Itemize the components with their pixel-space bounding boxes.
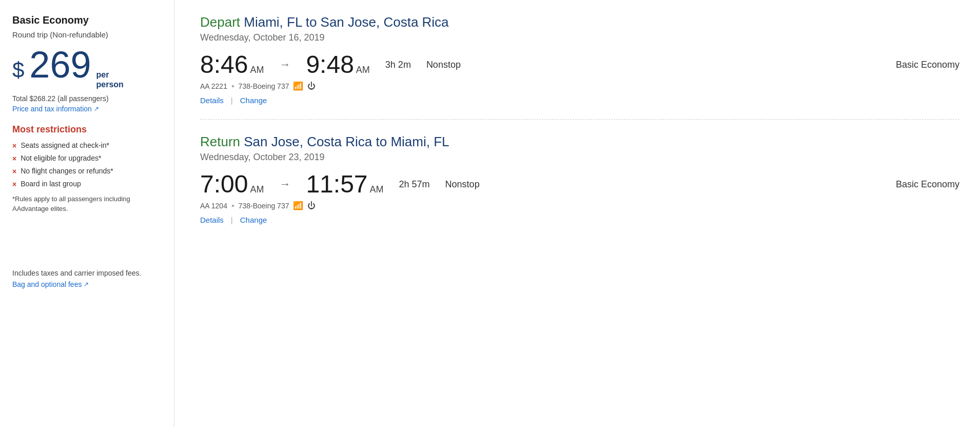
- arrive-time: 9:48 AM: [306, 52, 369, 77]
- depart-nonstop: Nonstop: [426, 60, 461, 70]
- return-section: Return San Jose, Costa Rica to Miami, FL…: [200, 134, 959, 224]
- power-icon: ⏻: [307, 82, 316, 91]
- return-change-link[interactable]: Change: [240, 216, 267, 224]
- external-link-icon: ↗: [84, 281, 89, 288]
- restriction-text: Not eligible for upgrades*: [21, 154, 101, 162]
- return-direction: Return San Jose, Costa Rica to Miami, FL: [200, 134, 959, 150]
- return-links-row: Details | Change: [200, 216, 959, 224]
- link-separator: |: [231, 96, 233, 105]
- depart-cabin: Basic Economy: [896, 60, 959, 70]
- restriction-item: × Not eligible for upgrades*: [12, 154, 162, 163]
- depart-direction: Depart Miami, FL to San Jose, Costa Rica: [200, 14, 959, 30]
- price-total: Total $268.22 (all passengers): [12, 94, 162, 103]
- return-depart-ampm: AM: [250, 184, 264, 195]
- depart-word: Depart: [200, 14, 240, 30]
- arrow-icon: →: [279, 178, 290, 191]
- depart-aircraft: 738-Boeing 737: [239, 82, 289, 90]
- return-arrive-time-big: 11:57: [306, 172, 367, 197]
- return-arrive-time: 11:57 AM: [306, 172, 383, 197]
- return-route: San Jose, Costa Rica to Miami, FL: [244, 134, 449, 149]
- return-date: Wednesday, October 23, 2019: [200, 152, 959, 163]
- restriction-text: Seats assigned at check-in*: [21, 141, 109, 149]
- return-times-row: 7:00 AM → 11:57 AM 2h 57m Nonstop Basic …: [200, 172, 959, 197]
- restriction-x-icon: ×: [12, 142, 16, 150]
- restriction-item: × Board in last group: [12, 180, 162, 188]
- return-arrive-ampm: AM: [370, 184, 384, 195]
- return-duration: 2h 57m: [399, 179, 430, 190]
- depart-links-row: Details | Change: [200, 96, 959, 105]
- return-word: Return: [200, 134, 240, 149]
- arrow-icon: →: [279, 58, 290, 71]
- return-depart-time: 7:00 AM: [200, 172, 264, 197]
- depart-details-link[interactable]: Details: [200, 96, 224, 105]
- depart-duration: 3h 2m: [385, 60, 411, 70]
- wifi-icon: 📶: [293, 201, 303, 210]
- arrive-time-big: 9:48: [306, 52, 354, 77]
- price-amount: 269: [29, 46, 91, 83]
- depart-route: Miami, FL to San Jose, Costa Rica: [244, 14, 448, 30]
- restriction-x-icon: ×: [12, 180, 16, 188]
- restriction-text: No flight changes or refunds*: [21, 167, 113, 175]
- dot-separator: ▪: [231, 82, 234, 91]
- bag-fees-link[interactable]: Bag and optional fees ↗: [12, 280, 162, 288]
- depart-time-big: 8:46: [200, 52, 248, 77]
- fare-type-title: Basic Economy: [12, 14, 162, 26]
- depart-details-row: AA 2221 ▪ 738-Boeing 737 📶 ⏻: [200, 81, 959, 91]
- return-aircraft: 738-Boeing 737: [239, 202, 289, 210]
- return-nonstop: Nonstop: [445, 179, 480, 190]
- depart-time: 8:46 AM: [200, 52, 264, 77]
- depart-ampm: AM: [250, 65, 264, 75]
- restrictions-title: Most restrictions: [12, 124, 162, 135]
- price-row: $ 269 perperson: [12, 46, 162, 89]
- fees-note: Includes taxes and carrier imposed fees.: [12, 269, 162, 277]
- price-dollar-sign: $: [12, 60, 24, 81]
- return-header: Return San Jose, Costa Rica to Miami, FL…: [200, 134, 959, 163]
- price-per-person: perperson: [96, 70, 124, 89]
- restriction-list: × Seats assigned at check-in* × Not elig…: [12, 141, 162, 188]
- depart-flight-number: AA 2221: [200, 82, 227, 90]
- restrictions-note: *Rules apply to all passengers including…: [12, 195, 162, 213]
- restriction-text: Board in last group: [21, 180, 81, 188]
- return-flight-number: AA 1204: [200, 202, 227, 210]
- return-depart-time-big: 7:00: [200, 172, 248, 197]
- depart-change-link[interactable]: Change: [240, 96, 267, 105]
- return-cabin: Basic Economy: [896, 179, 959, 190]
- external-link-icon: ↗: [94, 105, 99, 112]
- return-details-row: AA 1204 ▪ 738-Boeing 737 📶 ⏻: [200, 201, 959, 210]
- price-tax-link[interactable]: Price and tax information ↗: [12, 105, 162, 113]
- wifi-icon: 📶: [293, 81, 303, 91]
- right-panel: Depart Miami, FL to San Jose, Costa Rica…: [174, 0, 980, 427]
- depart-date: Wednesday, October 16, 2019: [200, 32, 959, 43]
- trip-type: Round trip (Non-refundable): [12, 30, 162, 39]
- restriction-item: × No flight changes or refunds*: [12, 167, 162, 176]
- dot-separator: ▪: [231, 201, 234, 210]
- return-details-link[interactable]: Details: [200, 216, 224, 224]
- arrive-ampm: AM: [356, 65, 370, 75]
- restriction-x-icon: ×: [12, 167, 16, 176]
- restriction-item: × Seats assigned at check-in*: [12, 141, 162, 150]
- depart-section: Depart Miami, FL to San Jose, Costa Rica…: [200, 14, 959, 105]
- depart-times-row: 8:46 AM → 9:48 AM 3h 2m Nonstop Basic Ec…: [200, 52, 959, 77]
- power-icon: ⏻: [307, 201, 316, 210]
- depart-header: Depart Miami, FL to San Jose, Costa Rica…: [200, 14, 959, 43]
- restriction-x-icon: ×: [12, 154, 16, 163]
- link-separator: |: [231, 216, 233, 224]
- left-panel: Basic Economy Round trip (Non-refundable…: [0, 0, 174, 427]
- section-divider: [200, 119, 959, 120]
